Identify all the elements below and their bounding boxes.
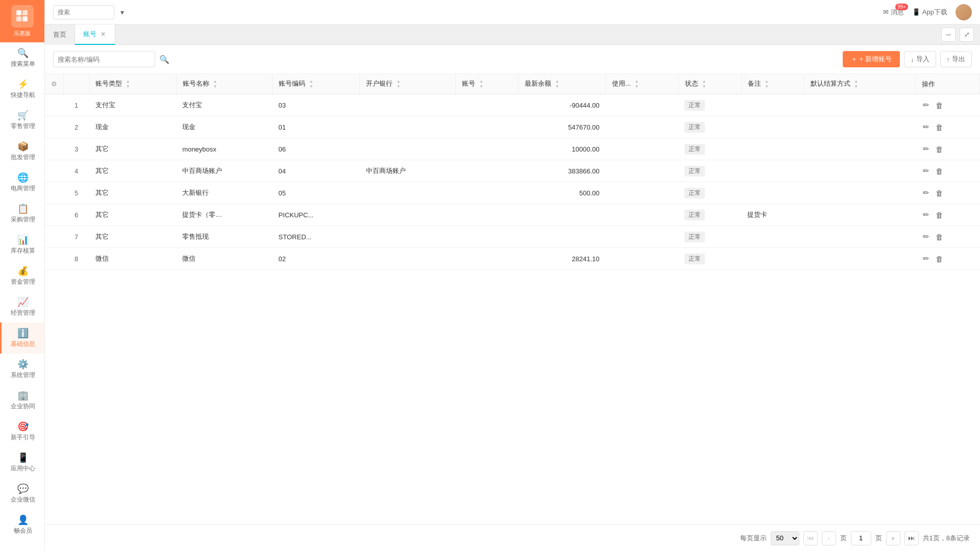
tab-account[interactable]: 账号 ✕	[75, 24, 115, 45]
sidebar-item-label: 快捷导航	[11, 91, 35, 99]
edit-button[interactable]: ✏	[922, 231, 930, 242]
page-prev-button[interactable]: ‹	[822, 531, 836, 545]
sort-bank-icon[interactable]: ▲▼	[397, 79, 401, 89]
page-first-button[interactable]: ⏮	[803, 531, 818, 545]
sidebar-item-quick-nav[interactable]: ⚡ 快捷导航	[0, 73, 44, 105]
row-action-cell: ✏ 🗑	[916, 204, 980, 226]
row-name-cell: 现金	[176, 116, 272, 138]
edit-button[interactable]: ✏	[922, 253, 930, 264]
operations-icon: 📈	[17, 296, 29, 308]
row-name-cell: 微信	[176, 248, 272, 270]
sort-account-icon[interactable]: ▲▼	[479, 79, 483, 89]
sidebar-item-inventory[interactable]: 📊 库存核算	[0, 229, 44, 260]
sidebar-item-operations[interactable]: 📈 经营管理	[0, 291, 44, 322]
delete-button[interactable]: 🗑	[935, 253, 944, 264]
tab-bar-actions: ─ ⤢	[941, 28, 980, 42]
user-avatar[interactable]	[955, 4, 972, 20]
row-settings-cell	[45, 182, 64, 204]
pagination-bar: 每页显示 50 100 200 ⏮ ‹ 页 页 › ⏭ 共1页，8条记录	[45, 524, 980, 551]
main-panel: ▾ ✉ 消息 99+ 📱 App下载 首页 账号 ✕ ─ ⤢	[45, 0, 980, 551]
sidebar-item-basic-info[interactable]: ℹ️ 基础信息	[0, 322, 44, 354]
delete-button[interactable]: 🗑	[935, 231, 944, 242]
edit-button[interactable]: ✏	[922, 187, 930, 198]
sidebar-item-retail[interactable]: 🛒 零售管理	[0, 105, 44, 136]
sort-balance-icon[interactable]: ▲▼	[555, 79, 559, 89]
sidebar-item-ecommerce[interactable]: 🌐 电商管理	[0, 167, 44, 198]
sort-name-icon[interactable]: ▲▼	[213, 79, 217, 89]
app-logo: 乐惠版	[0, 0, 44, 42]
app-name-label: 乐惠版	[14, 30, 31, 37]
row-bank-cell	[360, 138, 456, 160]
accounts-table: ⚙ 账号类型 ▲▼ 账号名称 ▲▼ 账号编码 ▲▼	[45, 74, 980, 270]
page-number-input[interactable]	[851, 531, 871, 545]
sort-type-icon[interactable]: ▲▼	[126, 79, 130, 89]
delete-button[interactable]: 🗑	[935, 165, 944, 177]
sidebar-item-label: 采购管理	[11, 215, 35, 224]
header-search-input[interactable]	[53, 5, 114, 19]
wechat-icon: 💬	[17, 483, 29, 494]
page-next-button[interactable]: ›	[886, 531, 900, 545]
edit-button[interactable]: ✏	[922, 209, 930, 220]
edit-button[interactable]: ✏	[922, 99, 930, 111]
sidebar-item-guide[interactable]: 🎯 新手引导	[0, 416, 44, 447]
toolbar: 🔍 ＋ + 新增账号 ↓ 导入 ↑ 导出	[45, 45, 980, 74]
delete-button[interactable]: 🗑	[935, 209, 944, 220]
delete-button[interactable]: 🗑	[935, 99, 944, 111]
delete-button[interactable]: 🗑	[935, 121, 944, 133]
top-header: ▾ ✉ 消息 99+ 📱 App下载	[45, 0, 980, 24]
inventory-icon: 📊	[17, 234, 29, 245]
sidebar-item-app-center[interactable]: 📱 应用中心	[0, 447, 44, 478]
row-type-cell: 其它	[89, 138, 177, 160]
row-bank-cell	[360, 116, 456, 138]
sidebar-item-wechat[interactable]: 💬 企业微信	[0, 478, 44, 509]
sort-remark-icon[interactable]: ▲▼	[765, 79, 769, 89]
table-row: 8 微信 微信 02 28241.10 正常 ✏ 🗑	[45, 248, 980, 270]
row-status-cell: 正常	[678, 226, 741, 248]
table-search-button[interactable]: 🔍	[159, 55, 169, 64]
content-area: 🔍 ＋ + 新增账号 ↓ 导入 ↑ 导出	[45, 45, 980, 551]
header-dropdown-button[interactable]: ▾	[120, 8, 124, 16]
row-name-cell: 零售抵现	[176, 226, 272, 248]
wholesale-icon: 📦	[17, 141, 29, 152]
sidebar-item-search[interactable]: 🔍 搜索菜单	[0, 42, 44, 73]
row-action-cell: ✏ 🗑	[916, 226, 980, 248]
sidebar-item-label: 经营管理	[11, 309, 35, 317]
add-account-button[interactable]: ＋ + 新增账号	[843, 51, 900, 67]
edit-button[interactable]: ✏	[922, 143, 930, 155]
row-account-cell	[456, 226, 519, 248]
sidebar-item-capital[interactable]: 💰 资金管理	[0, 260, 44, 291]
edit-button[interactable]: ✏	[922, 165, 930, 177]
sidebar-item-enterprise[interactable]: 🏢 企业协同	[0, 385, 44, 416]
row-type-cell: 微信	[89, 248, 177, 270]
row-code-cell: STORED...	[273, 226, 360, 248]
sidebar-item-system[interactable]: ⚙️ 系统管理	[0, 354, 44, 385]
sidebar-item-purchase[interactable]: 📋 采购管理	[0, 198, 44, 229]
import-button[interactable]: ↓ 导入	[904, 51, 936, 67]
tab-bar-maximize-button[interactable]: ⤢	[960, 28, 974, 42]
sort-code-icon[interactable]: ▲▼	[309, 79, 313, 89]
tab-home[interactable]: 首页	[45, 24, 75, 45]
per-page-select[interactable]: 50 100 200	[771, 531, 799, 545]
delete-button[interactable]: 🗑	[935, 143, 944, 155]
export-button[interactable]: ↑ 导出	[940, 51, 972, 67]
edit-button[interactable]: ✏	[922, 121, 930, 133]
sort-settlement-icon[interactable]: ▲▼	[854, 79, 858, 89]
page-last-button[interactable]: ⏭	[904, 531, 919, 545]
sort-status-icon[interactable]: ▲▼	[702, 79, 706, 89]
settings-icon[interactable]: ⚙	[51, 80, 57, 88]
sidebar-item-member[interactable]: 👤 畅会员	[0, 509, 44, 540]
row-bank-cell	[360, 204, 456, 226]
sidebar-item-wholesale[interactable]: 📦 批发管理	[0, 136, 44, 167]
row-account-cell	[456, 182, 519, 204]
tab-bar-minimize-button[interactable]: ─	[941, 28, 955, 42]
app-download-button[interactable]: 📱 App下载	[912, 8, 947, 17]
tab-account-close-icon[interactable]: ✕	[100, 30, 107, 39]
row-name-cell: 提货卡（零…	[176, 204, 272, 226]
delete-button[interactable]: 🗑	[935, 187, 944, 198]
table-container: ⚙ 账号类型 ▲▼ 账号名称 ▲▼ 账号编码 ▲▼	[45, 74, 980, 524]
sort-usage-icon[interactable]: ▲▼	[635, 79, 639, 89]
row-balance-cell: 10000.00	[519, 138, 606, 160]
quick-nav-icon: ⚡	[17, 79, 29, 90]
messages-button[interactable]: ✉ 消息 99+	[883, 8, 904, 17]
table-search-input[interactable]	[53, 51, 155, 67]
